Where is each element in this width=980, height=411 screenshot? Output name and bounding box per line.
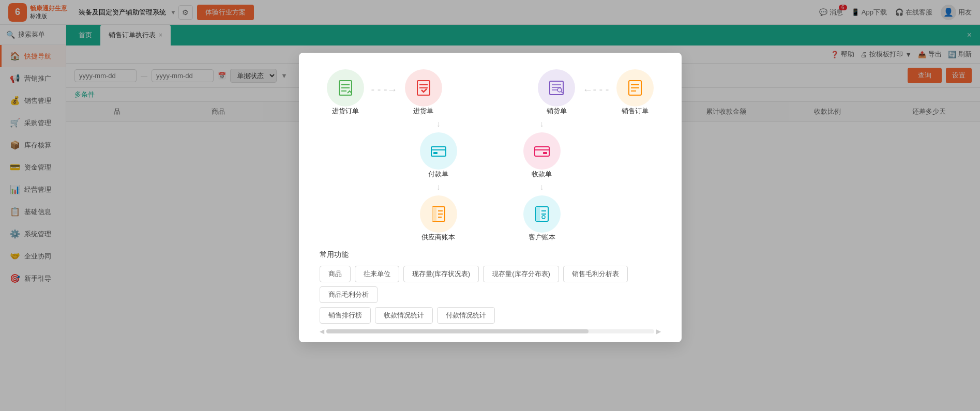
flow-label-payment: 付款单 xyxy=(428,170,448,179)
flow-item-supplier-ledger[interactable] xyxy=(420,195,457,233)
flow-item-payment[interactable] xyxy=(420,132,457,170)
svg-point-11 xyxy=(557,88,562,92)
func-buttons-row1: 商品往来单位现存量(库存状况表)现存量(库存分布表)销售毛利分析表商品毛利分析 xyxy=(320,266,661,303)
svg-rect-19 xyxy=(433,152,438,154)
arrow-down-purchase: ↓ xyxy=(436,120,441,128)
flow-item-sales-order[interactable] xyxy=(616,69,654,106)
func-button[interactable]: 商品毛利分析 xyxy=(320,286,378,303)
modal-scrollbar[interactable] xyxy=(326,329,654,333)
func-button[interactable]: 商品 xyxy=(320,266,351,282)
svg-point-32 xyxy=(542,216,545,219)
func-button[interactable]: 销售排行榜 xyxy=(320,307,371,324)
common-functions-title: 常用功能 xyxy=(320,250,661,260)
arrow-down-payment: ↓ xyxy=(436,183,441,191)
flow-label-purchase-order: 进货订单 xyxy=(332,106,359,116)
arrow-down-receipt: ↓ xyxy=(540,183,544,191)
func-button[interactable]: 现存量(库存分布表) xyxy=(483,266,559,282)
flow-item-sales-slip[interactable] xyxy=(538,69,575,106)
flow-label-supplier-ledger: 供应商账本 xyxy=(421,233,455,242)
func-button[interactable]: 付款情况统计 xyxy=(437,307,495,324)
svg-line-12 xyxy=(561,92,563,93)
flow-label-customer-ledger: 客户账本 xyxy=(529,233,555,242)
func-button[interactable]: 往来单位 xyxy=(355,266,399,282)
flow-label-sales-slip: 销货单 xyxy=(547,106,567,116)
scroll-right-arrow[interactable]: ▶ xyxy=(656,328,661,335)
svg-rect-22 xyxy=(543,152,547,154)
svg-rect-17 xyxy=(431,147,446,156)
arrow-down-sales: ↓ xyxy=(540,120,544,128)
flow-item-purchase-order[interactable] xyxy=(327,69,364,106)
svg-rect-20 xyxy=(535,147,549,156)
func-button[interactable]: 现存量(库存状况表) xyxy=(403,266,479,282)
flow-label-sales-order: 销售订单 xyxy=(622,106,649,116)
svg-rect-7 xyxy=(550,81,563,95)
flow-item-customer-ledger[interactable] xyxy=(523,195,561,233)
flow-label-purchase-slip: 进货单 xyxy=(413,106,433,116)
quick-guide-modal: 进货订单 - - - → 进货单 xyxy=(299,53,682,342)
modal-overlay[interactable]: 进货订单 - - - → 进货单 xyxy=(0,0,980,411)
func-button[interactable]: 收款情况统计 xyxy=(375,307,433,324)
func-buttons-row2: 销售排行榜收款情况统计付款情况统计 xyxy=(320,307,661,324)
func-button[interactable]: 销售毛利分析表 xyxy=(563,266,628,282)
svg-rect-29 xyxy=(536,207,540,221)
scroll-left-arrow[interactable]: ◀ xyxy=(320,328,324,335)
flow-item-receipt[interactable] xyxy=(523,132,561,170)
svg-rect-24 xyxy=(432,207,436,221)
flow-item-purchase-slip[interactable] xyxy=(405,69,442,106)
flow-label-receipt: 收款单 xyxy=(532,170,552,179)
